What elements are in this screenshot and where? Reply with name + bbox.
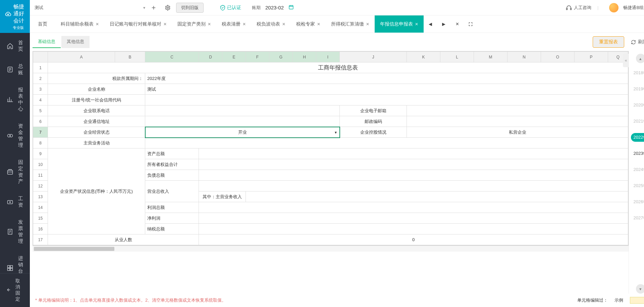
sample-swatch xyxy=(630,297,644,304)
year-option[interactable]: 2021年 xyxy=(631,117,644,126)
tab-item[interactable]: 税负波动表✕ xyxy=(251,15,291,33)
year-option[interactable]: 2027年 xyxy=(631,214,644,222)
sidebar-item-chart[interactable]: 报表中心 xyxy=(0,81,30,118)
column-header[interactable]: D xyxy=(199,52,222,62)
edit-note: * 单元格编辑说明：1、点击单元格直接录入数值或文本。2、清空单元格数值或文本恢… xyxy=(35,297,226,303)
column-header[interactable]: C xyxy=(145,52,199,62)
tab-item[interactable]: 税检专家✕ xyxy=(291,15,326,33)
cloud-icon xyxy=(5,11,11,17)
tab-close-all[interactable]: ✕ xyxy=(450,15,464,33)
tab-item[interactable]: 日记账与银行对账单核对✕ xyxy=(104,15,172,33)
tab-scroll-right[interactable]: ▶ xyxy=(437,15,450,33)
sidebar: 畅捷通好会计 专业版 首页总账报表中心资金管理固定资产工资发票管理进销台账税务管… xyxy=(0,0,30,307)
year-option[interactable]: 2023年 xyxy=(631,149,644,158)
tab-item[interactable]: 固定资产类别✕ xyxy=(172,15,216,33)
org-selector[interactable]: 测试 ▾ xyxy=(35,3,145,12)
spreadsheet[interactable]: ABCDEFGHIJKLMNOPQ 1工商年报信息表 2税款所属期间：2022年… xyxy=(33,51,629,246)
column-header[interactable]: A xyxy=(48,52,115,62)
sidebar-item-salary[interactable]: 工资 xyxy=(0,190,30,214)
tab-fullscreen[interactable] xyxy=(464,15,477,33)
subtab-other[interactable]: 其他信息 xyxy=(61,36,90,48)
svg-rect-9 xyxy=(8,268,10,271)
column-header[interactable]: K xyxy=(407,52,440,62)
calendar-icon[interactable] xyxy=(288,4,294,11)
year-option[interactable]: 2025年 xyxy=(631,181,644,190)
asset-icon xyxy=(7,169,13,175)
tab-home[interactable]: 首页 xyxy=(30,15,55,33)
sidebar-unpin[interactable]: 取消固定 xyxy=(0,273,30,307)
switch-old-version-button[interactable]: 切到旧版 xyxy=(176,3,204,13)
horizontal-scrollbar[interactable] xyxy=(33,246,629,252)
subtab-basic[interactable]: 基础信息 xyxy=(33,36,61,48)
sidebar-item-asset[interactable]: 固定资产 xyxy=(0,154,30,190)
chevron-down-icon: ▼ xyxy=(334,130,337,134)
tab-scroll-left[interactable]: ◀ xyxy=(424,15,437,33)
tab-bar: 首页 科目辅助余额表✕日记账与银行对账单核对✕固定资产类别✕税表清册✕税负波动表… xyxy=(30,15,644,33)
close-icon[interactable]: ✕ xyxy=(366,22,369,27)
svg-rect-18 xyxy=(567,8,568,10)
close-icon[interactable]: ✕ xyxy=(163,22,167,27)
year-option[interactable]: 2024年 xyxy=(631,165,644,174)
close-icon[interactable]: ✕ xyxy=(208,22,211,27)
column-header[interactable]: E xyxy=(222,52,246,62)
period-value[interactable]: 2023-02 xyxy=(265,5,284,10)
topbar: 测试 ▾ 切到旧版 已认证 账期 2023-02 人工咨询 xyxy=(30,0,644,15)
svg-rect-3 xyxy=(8,170,13,174)
year-option[interactable]: 2020年 xyxy=(631,101,644,109)
brand-logo: 畅捷通好会计 专业版 xyxy=(0,0,30,33)
year-option[interactable]: 2022年 xyxy=(631,133,644,142)
column-header[interactable]: N xyxy=(507,52,541,62)
column-header[interactable]: B xyxy=(115,52,145,62)
svg-rect-19 xyxy=(571,8,572,10)
svg-point-5 xyxy=(9,202,10,203)
tab-item[interactable]: 年报信息申报表✕ xyxy=(375,15,424,33)
column-header[interactable]: M xyxy=(474,52,507,62)
business-status-dropdown[interactable]: 开业▼ xyxy=(145,127,340,138)
tab-item[interactable]: 科目辅助余额表✕ xyxy=(55,15,104,33)
column-header[interactable]: O xyxy=(541,52,575,62)
column-header[interactable]: J xyxy=(340,52,407,62)
avatar[interactable] xyxy=(609,3,619,12)
collapse-year-panel[interactable]: « xyxy=(623,54,629,67)
add-button[interactable] xyxy=(148,2,159,13)
svg-rect-17 xyxy=(289,5,293,9)
year-next[interactable]: ▾ xyxy=(636,284,644,294)
tab-item[interactable]: 所得税汇算清缴✕ xyxy=(326,15,375,33)
tab-item[interactable]: 税表清册✕ xyxy=(216,15,251,33)
sidebar-item-home[interactable]: 首页 xyxy=(0,34,30,58)
period-label: 账期 xyxy=(252,5,261,11)
svg-rect-8 xyxy=(10,266,13,268)
column-header[interactable]: I xyxy=(316,52,340,62)
column-header[interactable]: P xyxy=(575,52,608,62)
svg-rect-4 xyxy=(8,201,13,204)
year-panel: « ▴ 2018年2019年2020年2021年2022年2023年2024年2… xyxy=(629,51,644,294)
username[interactable]: 畅捷通B组... xyxy=(623,5,644,11)
year-prev[interactable]: ▴ xyxy=(636,54,644,63)
sidebar-item-invoice[interactable]: 发票管理 xyxy=(0,214,30,250)
close-icon[interactable]: ✕ xyxy=(243,22,246,27)
chart-icon xyxy=(7,96,13,103)
close-icon[interactable]: ✕ xyxy=(282,22,285,27)
sidebar-item-ledger[interactable]: 总账 xyxy=(0,58,30,81)
sidebar-item-fund[interactable]: 资金管理 xyxy=(0,118,30,154)
footer: * 单元格编辑说明：1、点击单元格直接录入数值或文本。2、清空单元格数值或文本恢… xyxy=(30,294,644,307)
brand-name: 畅捷通好会计 xyxy=(13,3,25,25)
column-header[interactable]: H xyxy=(293,52,316,62)
column-header[interactable]: L xyxy=(440,52,474,62)
ledger-icon xyxy=(7,66,13,73)
select-all-cell[interactable] xyxy=(33,52,48,62)
year-option[interactable]: 2018年 xyxy=(631,69,644,77)
column-header[interactable]: F xyxy=(246,52,269,62)
year-option[interactable]: 2019年 xyxy=(631,85,644,93)
gear-icon[interactable] xyxy=(162,2,173,13)
support-link[interactable]: 人工咨询 xyxy=(566,5,591,11)
column-header[interactable]: G xyxy=(269,52,293,62)
reset-report-button[interactable]: 重置报表 xyxy=(593,36,624,48)
year-option[interactable]: 2026年 xyxy=(631,198,644,206)
close-icon[interactable]: ✕ xyxy=(96,22,99,27)
sidebar-item-inventory[interactable]: 进销台账 xyxy=(0,250,30,273)
svg-rect-10 xyxy=(10,268,13,271)
close-icon[interactable]: ✕ xyxy=(415,22,418,27)
close-icon[interactable]: ✕ xyxy=(317,22,320,27)
refresh-button[interactable]: 刷新 xyxy=(631,39,644,45)
